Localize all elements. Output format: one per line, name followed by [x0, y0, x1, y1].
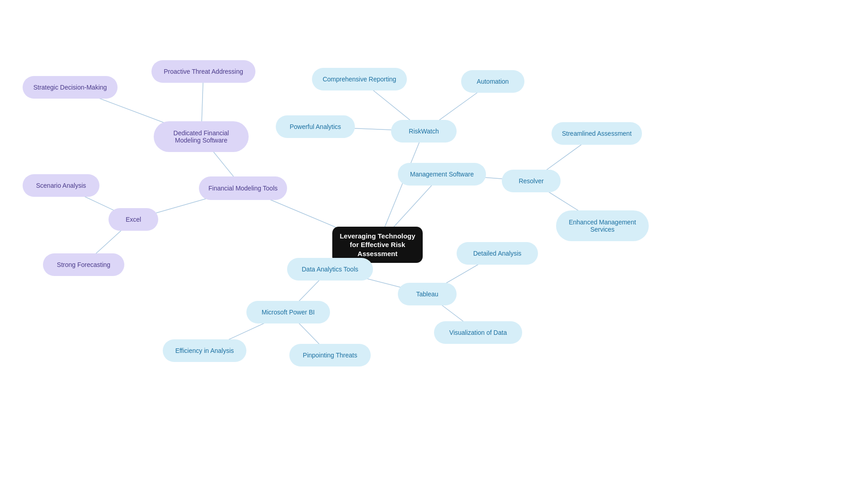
mindmap-container: Leveraging Technology for Effective Risk…	[0, 0, 868, 490]
node-efficiency_analysis: Efficiency in Analysis	[163, 339, 246, 362]
node-management_software: Management Software	[398, 163, 486, 186]
node-excel: Excel	[108, 208, 158, 231]
node-strong_forecasting: Strong Forecasting	[43, 253, 124, 276]
node-center: Leveraging Technology for Effective Risk…	[332, 227, 423, 263]
node-detailed_analysis: Detailed Analysis	[457, 242, 538, 265]
node-scenario_analysis: Scenario Analysis	[23, 174, 99, 197]
node-proactive_threat: Proactive Threat Addressing	[151, 60, 255, 83]
node-financial_modeling_tools: Financial Modeling Tools	[199, 176, 287, 200]
node-strategic_decision: Strategic Decision-Making	[23, 76, 118, 99]
connections-svg	[0, 0, 868, 490]
node-visualization_data: Visualization of Data	[434, 321, 522, 344]
node-tableau: Tableau	[398, 283, 457, 305]
node-streamlined_assessment: Streamlined Assessment	[552, 122, 642, 145]
node-data_analytics_tools: Data Analytics Tools	[287, 258, 373, 281]
node-dedicated_financial: Dedicated Financial Modeling Software	[154, 121, 249, 152]
node-pinpointing_threats: Pinpointing Threats	[289, 344, 371, 366]
node-automation: Automation	[461, 70, 524, 93]
node-resolver: Resolver	[502, 170, 561, 192]
node-microsoft_powerbi: Microsoft Power BI	[246, 301, 330, 323]
node-riskwatch: RiskWatch	[391, 120, 457, 143]
node-powerful_analytics: Powerful Analytics	[276, 115, 355, 138]
node-comprehensive_reporting: Comprehensive Reporting	[312, 68, 407, 90]
node-enhanced_management: Enhanced Management Services	[556, 210, 649, 241]
